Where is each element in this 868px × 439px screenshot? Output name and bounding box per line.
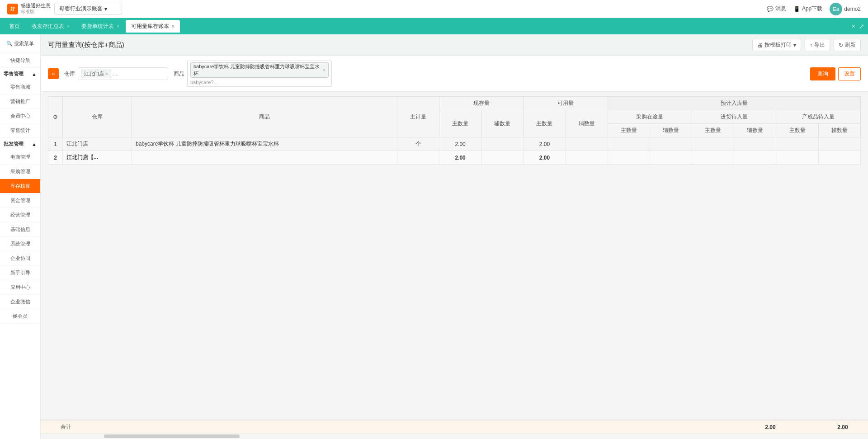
product-filter-label: 商品 [174, 70, 184, 78]
row-product: babycare学饮杯 儿童防摔防撞吸管杯重力球吸嘴杯宝宝水杯 [132, 137, 397, 151]
top-bar: 好 畅捷通好生意 标准版 母婴行业演示账套 ▾ 💬 消息 📱 App下载 Ea … [0, 0, 868, 18]
row-pur-transit-main-subtotal [608, 151, 650, 165]
row-avail-aux [566, 137, 608, 151]
table-row: 2 江北门店【... 2.00 2.00 [48, 151, 861, 165]
filter-expand-button[interactable]: » [48, 68, 59, 79]
tab-available-stock-label: 可用量库存账本 [131, 23, 169, 30]
sidebar-item-guide[interactable]: 新手引导 [0, 266, 40, 280]
row-pur-transit-main [608, 137, 650, 151]
sidebar-wholesale-label: 批发管理 [4, 141, 24, 147]
warehouse-tag-close[interactable]: × [105, 71, 108, 76]
top-bar-left: 好 畅捷通好生意 标准版 母婴行业演示账套 ▾ [7, 3, 122, 15]
row-finished-aux-subtotal [818, 151, 860, 165]
message-icon: 💬 [767, 6, 774, 12]
product-filter-input[interactable]: babycare学饮杯 儿童防摔防撞吸管杯重力球吸嘴杯宝宝水杯 × babyca… [187, 61, 332, 87]
product-tag-close[interactable]: × [323, 68, 326, 73]
footer-label: 合计 [48, 423, 84, 431]
sidebar-item-enterprise[interactable]: 企业协同 [0, 251, 40, 266]
warehouse-tag-jiangbei: 江北门店 × [81, 70, 111, 78]
tab-available-stock[interactable]: 可用量库存账本 × [126, 20, 180, 33]
export-icon: ↑ [810, 42, 812, 48]
sidebar-item-member[interactable]: 会员中心 [0, 109, 40, 123]
sidebar-item-retail-stats[interactable]: 零售统计 [0, 123, 40, 138]
sidebar-item-retail-mall[interactable]: 零售商城 [0, 80, 40, 94]
row-incoming-main [692, 137, 734, 151]
row-avail-main-subtotal: 2.00 [524, 151, 566, 165]
message-label: 消息 [775, 5, 786, 13]
top-bar-right: 💬 消息 📱 App下载 Ea demo2 [767, 3, 861, 15]
avail-aux-qty-header: 辅数量 [566, 110, 608, 137]
page-header: 可用量查询(按仓库+商品) 🖨 按模板打印 ▾ ↑ 导出 ↻ 刷新 [41, 34, 868, 56]
row-finished-main-subtotal [776, 151, 818, 165]
incoming-aux-header: 辅数量 [734, 124, 776, 137]
finished-main-header: 主数量 [776, 124, 818, 137]
sidebar-item-purchase[interactable]: 采购管理 [0, 165, 40, 179]
content-area: 可用量查询(按仓库+商品) 🖨 按模板打印 ▾ ↑ 导出 ↻ 刷新 » [41, 34, 868, 439]
sidebar-item-system[interactable]: 系统管理 [0, 237, 40, 251]
row-pur-transit-aux-subtotal [650, 151, 692, 165]
query-button[interactable]: 查询 [810, 67, 835, 80]
expected-inbound-group-header: 预计入库量 [608, 97, 860, 110]
export-button[interactable]: ↑ 导出 [805, 39, 830, 51]
row-stock-main: 2.00 [439, 137, 481, 151]
table-footer: 合计 2.00 2.00 [41, 420, 868, 434]
chevron-down-icon: ▲ [32, 71, 37, 77]
incoming-header: 进货待入量 [692, 110, 776, 124]
sidebar-item-app-center[interactable]: 应用中心 [0, 280, 40, 295]
sidebar-item-wechat[interactable]: 企业微信 [0, 295, 40, 309]
sidebar-item-quick-nav[interactable]: 快捷导航 [0, 53, 40, 68]
sidebar-item-retail-mgmt[interactable]: 零售管理 ▲ [0, 68, 40, 80]
avatar: Ea [830, 3, 842, 15]
sidebar-item-member2[interactable]: 畅会员 [0, 309, 40, 324]
user-menu[interactable]: Ea demo2 [830, 3, 861, 15]
scrollbar-thumb[interactable] [104, 434, 240, 438]
tab-available-stock-close[interactable]: × [172, 24, 175, 29]
user-initial: Ea [833, 6, 839, 12]
logo-icon: 好 [7, 4, 18, 14]
user-name: demo2 [844, 6, 861, 12]
sidebar-item-operations[interactable]: 经营管理 [0, 208, 40, 222]
refresh-button[interactable]: ↻ 刷新 [834, 39, 861, 51]
sidebar-item-inventory[interactable]: 库存核算 [0, 179, 40, 194]
logo-sub: 标准版 [21, 9, 51, 15]
settings-button[interactable]: 设置 [838, 67, 861, 80]
tab-receipt-summary[interactable]: 收发存汇总表 × [26, 20, 75, 33]
tab-expand[interactable]: ⤢ [859, 23, 864, 30]
available-group-header: 可用量 [524, 97, 608, 110]
page-title: 可用量查询(按仓库+商品) [48, 41, 124, 49]
filter-actions: 查询 设置 [810, 67, 861, 80]
org-selector[interactable]: 母婴行业演示账套 ▾ [54, 3, 122, 15]
settings-col-header: ⚙ [48, 97, 63, 137]
row-product-subtotal [132, 151, 397, 165]
app-download-button[interactable]: 📱 App下载 [793, 5, 822, 13]
product-more-indicator: babycare?... [190, 80, 218, 85]
tab-order-stats[interactable]: 要货单统计表 × [76, 20, 125, 33]
tab-order-stats-close[interactable]: × [117, 24, 119, 29]
table-row: 1 江北门店 babycare学饮杯 儿童防摔防撞吸管杯重力球吸嘴杯宝宝水杯 个… [48, 137, 861, 151]
product-col-header: 商品 [132, 97, 397, 137]
tab-receipt-summary-close[interactable]: × [67, 24, 70, 29]
sidebar-item-ecommerce[interactable]: 电商管理 [0, 150, 40, 165]
finished-aux-header: 辅数量 [818, 124, 860, 137]
sidebar-item-finance[interactable]: 资金管理 [0, 194, 40, 208]
sidebar-item-basic-info[interactable]: 基础信息 [0, 222, 40, 237]
sidebar-search-area: 🔍 搜索菜单 [0, 34, 40, 53]
message-button[interactable]: 💬 消息 [767, 5, 786, 13]
warehouse-filter-group: 仓库 江北门店 × ... [64, 67, 168, 80]
logo-text: 畅捷通好生意 [21, 3, 51, 9]
data-table: ⚙ 仓库 商品 主计量 现存量 可用量 预计入库量 主数量 辅数量 主数量 辅数… [48, 96, 861, 165]
horizontal-scrollbar[interactable] [41, 434, 868, 439]
tab-home[interactable]: 首页 [4, 20, 25, 33]
sidebar-item-marketing[interactable]: 营销推广 [0, 94, 40, 109]
template-print-button[interactable]: 🖨 按模板打印 ▾ [752, 39, 801, 51]
warehouse-filter-input[interactable]: 江北门店 × ... [78, 67, 168, 80]
row-incoming-aux [734, 137, 776, 151]
avail-main-qty-header: 主数量 [524, 110, 566, 137]
footer-avail-main: 2.00 [825, 424, 861, 430]
finished-goods-header: 产成品待入量 [776, 110, 861, 124]
footer-stock-main: 2.00 [752, 424, 788, 430]
sidebar-search-button[interactable]: 🔍 搜索菜单 [4, 38, 37, 49]
tab-close-all[interactable]: × [852, 23, 855, 30]
sidebar-item-wholesale-mgmt[interactable]: 批发管理 ▲ [0, 138, 40, 150]
warehouse-more-indicator: ... [113, 71, 117, 76]
